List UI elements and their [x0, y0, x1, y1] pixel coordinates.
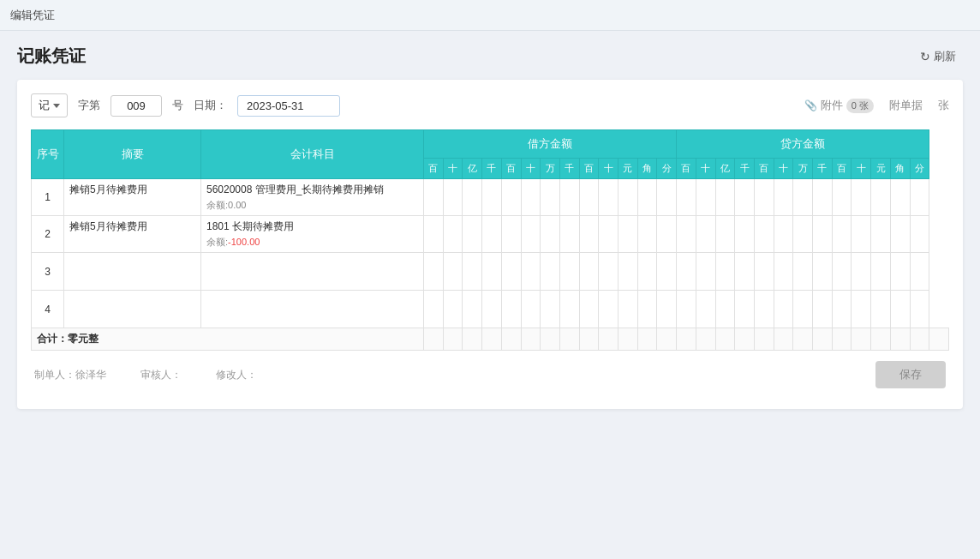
table-row: 1 摊销5月待摊费用 56020008 管理费用_长期待摊费用摊销 余额:0.0…: [32, 179, 949, 216]
credit-d7[interactable]: [793, 216, 813, 253]
row-account[interactable]: [201, 253, 424, 291]
creator-label: 制单人：徐泽华: [34, 368, 106, 382]
debit-d2[interactable]: [443, 179, 463, 216]
debit-d3[interactable]: [463, 179, 482, 216]
credit-d1[interactable]: [677, 179, 696, 216]
debit-d8[interactable]: [559, 179, 579, 216]
row-seq: 4: [32, 291, 64, 328]
credit-digit-wan: 万: [793, 159, 813, 179]
credit-digit-yuan: 元: [871, 159, 891, 179]
debit-digit-qian1: 千: [482, 159, 502, 179]
credit-d6[interactable]: [774, 216, 793, 253]
credit-d9[interactable]: [832, 216, 852, 253]
credit-d5[interactable]: [754, 216, 774, 253]
voucher-table: 序号 摘要 会计科目 借方金额 贷方金额 百 十 亿 千 百 十 万 千 百: [31, 129, 949, 351]
refresh-button[interactable]: ↻ 刷新: [913, 45, 963, 68]
debit-d7[interactable]: [541, 216, 560, 253]
debit-digit-yi: 亿: [463, 159, 482, 179]
credit-d13[interactable]: [910, 216, 929, 253]
debit-d13[interactable]: [657, 216, 677, 253]
debit-d1[interactable]: [424, 216, 444, 253]
credit-d2[interactable]: [696, 179, 715, 216]
credit-d8[interactable]: [813, 216, 833, 253]
credit-digit-shi2: 十: [852, 159, 871, 179]
voucher-type-label: 记: [39, 98, 50, 113]
attach-link[interactable]: 📎 附件 0 张: [804, 98, 874, 113]
debit-d5[interactable]: [501, 216, 521, 253]
credit-d7[interactable]: [793, 179, 813, 216]
debit-d5[interactable]: [501, 179, 521, 216]
credit-digit-bai2: 百: [832, 159, 852, 179]
zhang-label: 张: [938, 98, 949, 113]
form-row: 记 字第 号 日期： 📎 附件 0 张 附单据 张: [31, 93, 949, 117]
debit-d9[interactable]: [579, 216, 599, 253]
attach-count: 0: [852, 100, 857, 111]
row-summary[interactable]: [64, 291, 201, 328]
credit-d12[interactable]: [890, 216, 910, 253]
debit-d10[interactable]: [599, 179, 618, 216]
save-button[interactable]: 保存: [875, 361, 946, 388]
debit-d12[interactable]: [637, 179, 657, 216]
debit-digit-fen: 分: [657, 159, 677, 179]
date-input[interactable]: [237, 95, 340, 117]
credit-d13[interactable]: [910, 179, 929, 216]
credit-d3[interactable]: [715, 179, 735, 216]
debit-d7[interactable]: [541, 179, 560, 216]
voucher-number-input[interactable]: [111, 95, 162, 117]
row-account[interactable]: 1801 长期待摊费用 余额:-100.00: [201, 216, 424, 253]
credit-d9[interactable]: [832, 179, 852, 216]
debit-digit-shi: 十: [443, 159, 463, 179]
debit-d6[interactable]: [521, 216, 541, 253]
debit-d1[interactable]: [424, 179, 444, 216]
account-code-name: 56020008 管理费用_长期待摊费用摊销: [206, 183, 418, 197]
credit-d1[interactable]: [677, 216, 696, 253]
credit-d11[interactable]: [871, 179, 891, 216]
credit-d11[interactable]: [871, 216, 891, 253]
credit-d4[interactable]: [735, 179, 755, 216]
debit-d4[interactable]: [482, 216, 502, 253]
col-header-seq: 序号: [32, 130, 64, 179]
row-seq: 2: [32, 216, 64, 253]
debit-d3[interactable]: [463, 216, 482, 253]
credit-d3[interactable]: [715, 216, 735, 253]
debit-digit-bai: 百: [424, 159, 444, 179]
debit-d11[interactable]: [618, 216, 638, 253]
debit-d9[interactable]: [579, 179, 599, 216]
balance-row: 余额:0.00: [206, 197, 418, 212]
attachments-area: 📎 附件 0 张 附单据 张: [804, 98, 949, 113]
hao-label: 号: [172, 98, 183, 113]
creator-label-text: 制单人：: [34, 369, 75, 381]
debit-d11[interactable]: [618, 179, 638, 216]
row-account[interactable]: 56020008 管理费用_长期待摊费用摊销 余额:0.00: [201, 179, 424, 216]
balance-value: 0.00: [228, 200, 246, 210]
credit-d8[interactable]: [813, 179, 833, 216]
credit-d10[interactable]: [852, 179, 871, 216]
debit-d6[interactable]: [521, 179, 541, 216]
debit-d10[interactable]: [599, 216, 618, 253]
row-summary[interactable]: [64, 253, 201, 291]
voucher-type-button[interactable]: 记: [31, 93, 68, 117]
credit-d12[interactable]: [890, 179, 910, 216]
credit-digit-qian1: 千: [735, 159, 755, 179]
main-content: 记账凭证 ↻ 刷新 记 字第 号 日期： 📎 附件 0: [0, 31, 980, 559]
debit-d8[interactable]: [559, 216, 579, 253]
credit-digit-bai1: 百: [754, 159, 774, 179]
credit-d10[interactable]: [852, 216, 871, 253]
fu-dan-ju-label: 附单据: [889, 98, 923, 113]
credit-digit-shi1: 十: [774, 159, 793, 179]
debit-d12[interactable]: [637, 216, 657, 253]
row-account[interactable]: [201, 291, 424, 328]
col-header-summary: 摘要: [64, 130, 201, 179]
credit-d2[interactable]: [696, 216, 715, 253]
balance-value-negative: -100.00: [228, 237, 260, 247]
credit-d6[interactable]: [774, 179, 793, 216]
debit-d2[interactable]: [443, 216, 463, 253]
row-summary[interactable]: 摊销5月待摊费用: [64, 216, 201, 253]
row-summary[interactable]: 摊销5月待摊费用: [64, 179, 201, 216]
debit-d13[interactable]: [657, 179, 677, 216]
chevron-down-icon: [53, 104, 60, 108]
credit-d4[interactable]: [735, 216, 755, 253]
credit-digit-jiao: 角: [890, 159, 910, 179]
debit-d4[interactable]: [482, 179, 502, 216]
credit-d5[interactable]: [754, 179, 774, 216]
